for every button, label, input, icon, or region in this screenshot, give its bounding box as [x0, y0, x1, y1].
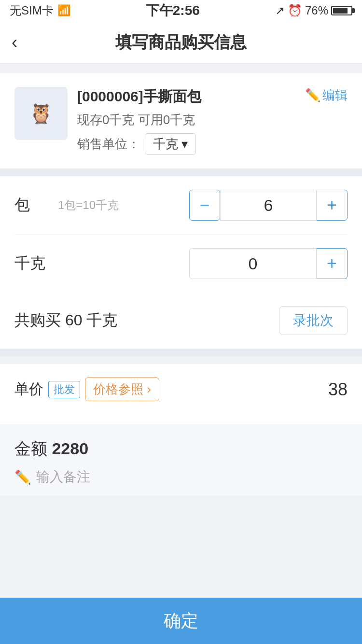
edit-label: 编辑	[322, 87, 348, 104]
bao-decrement-button[interactable]: −	[189, 190, 220, 221]
carrier-text: 无SIM卡	[10, 3, 54, 18]
summary-section: 共购买 60 千克 录批次	[0, 293, 362, 349]
bao-hint: 1包=10千克	[58, 197, 189, 213]
kg-row: 千克 +	[14, 235, 348, 293]
amount-section: 金额 2280 ✏️ 输入备注	[0, 424, 362, 496]
bao-label: 包	[14, 195, 53, 216]
alarm-icon: ⏰	[288, 4, 302, 17]
back-button[interactable]: ‹	[12, 32, 17, 53]
price-tag: 批发	[48, 381, 80, 398]
time-display: 下午2:56	[146, 1, 200, 20]
page-title: 填写商品购买信息	[115, 31, 247, 54]
edit-button[interactable]: ✏️ 编辑	[305, 87, 348, 104]
kg-label: 千克	[14, 253, 53, 274]
product-unit-row: 销售单位： 千克 ▾	[77, 133, 348, 155]
remark-row[interactable]: ✏️ 输入备注	[14, 468, 348, 486]
pencil-icon: ✏️	[14, 469, 31, 485]
price-label-text: 单价	[14, 379, 43, 399]
unit-select[interactable]: 千克 ▾	[145, 133, 196, 155]
status-right: ↗ ⏰ 76%	[275, 4, 352, 17]
status-bar: 无SIM卡 📶 下午2:56 ↗ ⏰ 76%	[0, 0, 362, 21]
unit-label: 销售单位：	[77, 136, 140, 153]
bao-control: − +	[189, 190, 348, 221]
product-thumbnail: 🦉	[14, 87, 68, 140]
remark-placeholder: 输入备注	[36, 468, 90, 486]
amount-row: 金额 2280	[14, 438, 348, 460]
battery-icon	[331, 6, 352, 15]
batch-button[interactable]: 录批次	[279, 306, 348, 335]
product-thumb-icon: 🦉	[29, 102, 53, 125]
kg-increment-button[interactable]: +	[317, 248, 348, 279]
bao-input-section: 包 1包=10千克 − + 千克 +	[0, 176, 362, 293]
bao-row: 包 1包=10千克 − +	[14, 176, 348, 235]
price-section: 单价 批发 价格参照 › 38	[0, 364, 362, 424]
product-stock: 现存0千克 可用0千克	[77, 112, 348, 128]
amount-label: 金额	[14, 439, 47, 458]
bao-increment-button[interactable]: +	[317, 190, 348, 221]
location-icon: ↗	[275, 4, 285, 17]
nav-bar: ‹ 填写商品购买信息	[0, 21, 362, 64]
kg-input[interactable]	[189, 248, 317, 279]
wifi-icon: 📶	[57, 4, 70, 17]
price-row: 单价 批发 价格参照 › 38	[14, 378, 348, 401]
divider-1	[0, 168, 362, 176]
kg-control: +	[189, 248, 348, 279]
product-card: 🦉 [0000006]手撕面包 现存0千克 可用0千克 销售单位： 千克 ▾ ✏…	[0, 73, 362, 168]
price-ref-button[interactable]: 价格参照 ›	[85, 378, 159, 401]
status-left: 无SIM卡 📶	[10, 3, 70, 18]
divider-2	[0, 349, 362, 356]
price-value: 38	[328, 379, 348, 400]
confirm-button[interactable]: 确定	[164, 609, 198, 633]
battery-fill	[333, 8, 348, 14]
amount-value: 2280	[52, 439, 88, 458]
bao-input[interactable]	[220, 190, 317, 221]
price-label: 单价 批发 价格参照 ›	[14, 378, 159, 401]
confirm-bar[interactable]: 确定	[0, 598, 362, 644]
edit-icon: ✏️	[305, 88, 320, 103]
battery-percent: 76%	[305, 4, 328, 17]
summary-text: 共购买 60 千克	[14, 310, 117, 331]
